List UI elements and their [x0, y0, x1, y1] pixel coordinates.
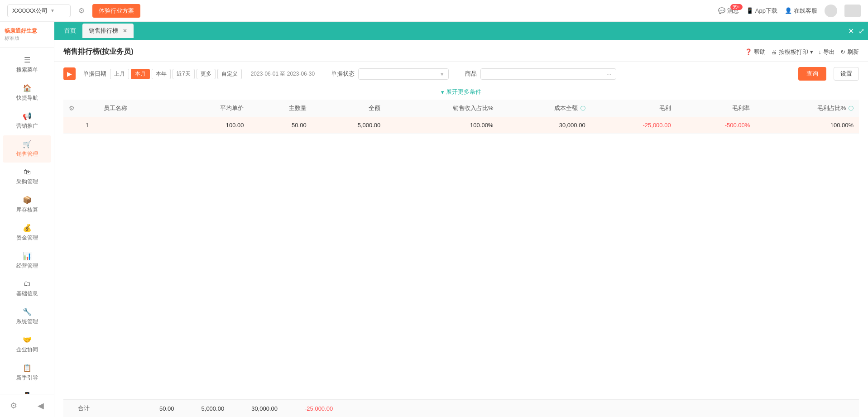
- cell-amount: 5,000.00: [312, 117, 386, 134]
- export-icon: ↓: [819, 48, 822, 55]
- col-quantity: 主数量: [249, 100, 312, 117]
- page-title: 销售排行榜(按业务员): [63, 47, 134, 57]
- finance-icon: 💰: [23, 224, 32, 232]
- date-btn-last-month[interactable]: 上月: [110, 69, 129, 79]
- sidebar-item-operations[interactable]: 📊 经营管理: [3, 247, 51, 274]
- sidebar-item-search[interactable]: ☰ 搜索菜单: [3, 51, 51, 78]
- cell-gross-pct: 100.00%: [755, 117, 859, 134]
- table-row[interactable]: 1 100.00 50.00 5,000.00 100.00% 30,000.0…: [63, 117, 859, 134]
- print-button[interactable]: 🖨 按模板打印 ▾: [771, 48, 813, 56]
- filter-row: ▶ 单据日期 上月 本月 本年 近7天 更多: [63, 67, 859, 81]
- sidebar-label-guide: 新手引导: [16, 374, 38, 382]
- page-content: 销售排行榜(按业务员) ❓ 帮助 🖨 按模板打印 ▾: [54, 40, 868, 417]
- content-area: 首页 销售排行榜 ✕ ✕ ⤢ 销售排行榜(按业务员): [54, 22, 868, 417]
- help-label: 帮助: [754, 48, 766, 56]
- expand-more-button[interactable]: ▾ 展开更多条件: [441, 88, 481, 96]
- date-filter-buttons: 上月 本月 本年 近7天 更多 自定义: [110, 69, 242, 79]
- date-btn-this-month[interactable]: 本月: [131, 69, 150, 79]
- sidebar-label-quick-nav: 快捷导航: [16, 94, 38, 102]
- tab-bar: 首页 销售排行榜 ✕ ✕ ⤢: [54, 22, 868, 40]
- company-name: XXXXXX公司: [12, 7, 48, 15]
- col-name: 员工名称: [98, 100, 174, 117]
- logo-sub: 标准版: [5, 35, 49, 42]
- cell-quantity: 50.00: [249, 117, 312, 134]
- app-icon: 📱: [746, 7, 753, 14]
- top-right-area: 💬 消息 99+ 📱 App下载 👤 在线客服: [718, 5, 861, 17]
- goods-dots-btn[interactable]: ···: [606, 71, 611, 77]
- sidebar-item-basic-info[interactable]: 🗂 基础信息: [3, 275, 51, 302]
- cell-row-settings: [63, 117, 80, 134]
- date-btn-more[interactable]: 更多: [197, 69, 216, 79]
- query-button[interactable]: 查询: [798, 67, 826, 81]
- avatar[interactable]: [825, 5, 837, 17]
- cost-info-icon[interactable]: ⓘ: [580, 105, 585, 111]
- expand-icon: ▾: [441, 89, 444, 96]
- settings-bottom-btn[interactable]: ⚙: [6, 399, 21, 412]
- sidebar-item-sales[interactable]: 🛒 销售管理: [3, 135, 51, 163]
- sidebar-label-basic-info: 基础信息: [16, 290, 38, 297]
- status-select[interactable]: ▾: [358, 68, 449, 80]
- tab-sales-rank-label: 销售排行榜: [89, 27, 118, 35]
- filter-toggle[interactable]: ▶: [63, 67, 76, 80]
- sidebar-item-quick-nav[interactable]: 🏠 快捷导航: [3, 79, 51, 106]
- sidebar-label-purchase: 采购管理: [16, 178, 38, 186]
- refresh-label: 刷新: [847, 48, 859, 56]
- tab-expand-icon[interactable]: ⤢: [858, 27, 864, 35]
- tab-close-icon[interactable]: ✕: [123, 28, 127, 34]
- sidebar-label-inventory: 库存核算: [16, 206, 38, 214]
- date-btn-this-year[interactable]: 本年: [152, 69, 171, 79]
- app-download-label: App下载: [755, 7, 777, 15]
- sidebar-item-collab[interactable]: 🤝 企业协同: [3, 331, 51, 358]
- tab-right-controls: ✕ ⤢: [848, 27, 864, 35]
- date-btn-custom[interactable]: 自定义: [217, 69, 242, 79]
- settings-button[interactable]: 设置: [834, 67, 859, 81]
- sidebar-item-app-center[interactable]: 📱 应用中心: [3, 387, 51, 394]
- purchase-icon: 🛍: [24, 168, 31, 176]
- date-btn-7days[interactable]: 近7天: [173, 69, 195, 79]
- cell-cost: 30,000.00: [499, 117, 590, 134]
- col-amount: 全额: [312, 100, 386, 117]
- online-service-button[interactable]: 👤 在线客服: [785, 7, 817, 15]
- sidebar-item-guide[interactable]: 📋 新手引导: [3, 359, 51, 386]
- sidebar-item-inventory[interactable]: 📦 库存核算: [3, 191, 51, 218]
- sidebar-bottom: ⚙ ◀: [0, 394, 54, 417]
- message-button[interactable]: 💬 消息 99+: [718, 7, 739, 15]
- cell-gross: -25,000.00: [591, 117, 676, 134]
- help-button[interactable]: ❓ 帮助: [745, 48, 766, 56]
- export-button[interactable]: ↓ 导出: [819, 48, 835, 56]
- goods-filter-item: 商品 ···: [465, 68, 616, 80]
- expand-more-area: ▾ 展开更多条件: [63, 81, 859, 100]
- collapse-sidebar-btn[interactable]: ◀: [34, 399, 48, 412]
- sidebar-item-finance[interactable]: 💰 资金管理: [3, 219, 51, 246]
- print-label: 按模板打印: [779, 48, 808, 56]
- app-download-button[interactable]: 📱 App下载: [746, 7, 777, 15]
- user-name-area: [844, 5, 861, 17]
- filter-toggle-icon[interactable]: ▶: [63, 67, 76, 80]
- date-range-display: 2023-06-01 至 2023-06-30: [251, 70, 315, 78]
- tab-sales-rank[interactable]: 销售排行榜 ✕: [82, 24, 134, 38]
- tab-home[interactable]: 首页: [58, 24, 82, 38]
- sidebar-label-sales: 销售管理: [16, 150, 38, 158]
- trial-button[interactable]: 体验行业方案: [92, 4, 140, 18]
- gross-pct-info-icon[interactable]: ⓘ: [849, 105, 854, 111]
- company-selector[interactable]: XXXXXX公司 ▼: [7, 5, 71, 17]
- chevron-down-icon: ▼: [50, 8, 55, 13]
- goods-input[interactable]: ···: [480, 68, 616, 80]
- cell-rank: 1: [80, 117, 98, 134]
- col-gross: 毛利: [591, 100, 676, 117]
- expand-label: 展开更多条件: [446, 88, 481, 96]
- refresh-button[interactable]: ↻ 刷新: [840, 48, 859, 56]
- sidebar-item-marketing[interactable]: 📢 营销推广: [3, 107, 51, 134]
- gear-button[interactable]: ⚙: [75, 5, 88, 17]
- logo-text: 畅康通好生意: [5, 27, 49, 35]
- page-header: 销售排行榜(按业务员) ❓ 帮助 🖨 按模板打印 ▾: [54, 40, 868, 62]
- sidebar-item-purchase[interactable]: 🛍 采购管理: [3, 163, 51, 190]
- status-filter-label: 单据状态: [331, 70, 355, 78]
- tab-minimize-icon[interactable]: ✕: [848, 27, 854, 35]
- print-icon: 🖨: [771, 48, 777, 55]
- col-settings-icon[interactable]: ⚙: [69, 105, 75, 112]
- cell-sales-pct: 100.00%: [386, 117, 499, 134]
- sidebar-item-system[interactable]: 🔧 系统管理: [3, 303, 51, 330]
- sidebar-label-search: 搜索菜单: [16, 66, 38, 74]
- col-settings[interactable]: ⚙: [63, 100, 80, 117]
